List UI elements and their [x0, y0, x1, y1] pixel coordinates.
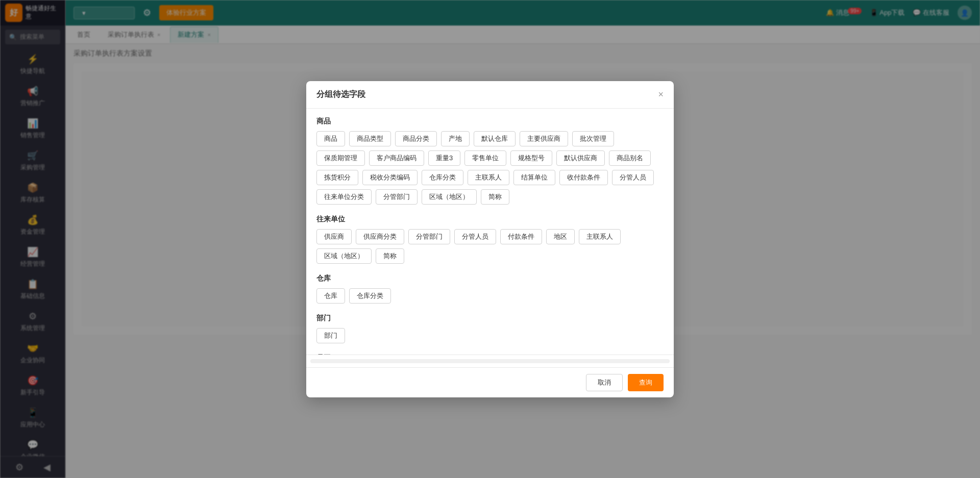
section-department: 部门 部门: [316, 314, 664, 343]
field-tag-abbr[interactable]: 简称: [481, 189, 509, 205]
field-tag-warehouse-cat[interactable]: 仓库分类: [349, 288, 391, 304]
field-tag-warehouse-category[interactable]: 仓库分类: [422, 170, 463, 185]
field-tag-partner-contact[interactable]: 主联系人: [579, 229, 621, 244]
section-department-tags: 部门: [316, 328, 664, 343]
field-tag-main-contact[interactable]: 主联系人: [468, 170, 509, 185]
field-tag-area[interactable]: 地区: [546, 229, 575, 244]
field-select-modal: 分组待选字段 × 商品 商品 商品类型 商品分类 产地 默认仓库 主要供应商 批…: [306, 81, 674, 397]
field-tag-partner-region[interactable]: 区域（地区）: [316, 248, 372, 264]
section-warehouse-tags: 仓库 仓库分类: [316, 288, 664, 304]
modal-title: 分组待选字段: [316, 89, 365, 100]
section-partner-tags: 供应商 供应商分类 分管部门 分管人员 付款条件 地区 主联系人 区域（地区） …: [316, 229, 664, 264]
field-tag-main-supplier[interactable]: 主要供应商: [520, 131, 568, 146]
section-partner: 往来单位 供应商 供应商分类 分管部门 分管人员 付款条件 地区 主联系人 区域…: [316, 215, 664, 264]
field-tag-supervisor[interactable]: 分管人员: [612, 170, 654, 185]
field-tag-partner-dept[interactable]: 分管部门: [408, 229, 450, 244]
field-tag-default-warehouse[interactable]: 默认仓库: [474, 131, 516, 146]
field-tag-customer-code[interactable]: 客户商品编码: [369, 150, 424, 166]
modal-close-button[interactable]: ×: [658, 89, 664, 100]
field-tag-settlement-unit[interactable]: 结算单位: [513, 170, 555, 185]
field-tag-partner-abbr[interactable]: 简称: [376, 248, 404, 264]
modal-header: 分组待选字段 ×: [306, 81, 674, 109]
field-tag-supplier-category[interactable]: 供应商分类: [356, 229, 404, 244]
field-tag-retail-unit[interactable]: 零售单位: [464, 150, 506, 166]
confirm-button[interactable]: 查询: [628, 374, 664, 391]
field-tag-supplier[interactable]: 供应商: [316, 229, 352, 244]
section-product: 商品 商品 商品类型 商品分类 产地 默认仓库 主要供应商 批次管理 保质期管理…: [316, 117, 664, 205]
section-warehouse: 仓库 仓库 仓库分类: [316, 274, 664, 304]
modal-footer: 取消 查询: [306, 367, 674, 397]
modal-body: 商品 商品 商品类型 商品分类 产地 默认仓库 主要供应商 批次管理 保质期管理…: [306, 109, 674, 355]
field-tag-product[interactable]: 商品: [316, 131, 345, 146]
field-tag-default-supplier[interactable]: 默认供应商: [556, 150, 605, 166]
field-tag-weight3[interactable]: 重量3: [428, 150, 460, 166]
section-department-title: 部门: [316, 314, 664, 323]
section-product-title: 商品: [316, 117, 664, 126]
field-tag-dept[interactable]: 分管部门: [376, 189, 418, 205]
modal-hscroll[interactable]: [306, 355, 674, 367]
field-tag-origin[interactable]: 产地: [441, 131, 470, 146]
field-tag-payment-condition[interactable]: 付款条件: [500, 229, 542, 244]
field-tag-partner-category[interactable]: 往来单位分类: [316, 189, 372, 205]
field-tag-batch-mgmt[interactable]: 批次管理: [572, 131, 614, 146]
field-tag-tax-code[interactable]: 税收分类编码: [362, 170, 418, 185]
hscroll-bar[interactable]: [310, 359, 670, 363]
field-tag-payment-terms[interactable]: 收付款条件: [559, 170, 608, 185]
field-tag-product-category[interactable]: 商品分类: [395, 131, 437, 146]
section-product-tags: 商品 商品类型 商品分类 产地 默认仓库 主要供应商 批次管理 保质期管理 客户…: [316, 131, 664, 205]
field-tag-shelf-life[interactable]: 保质期管理: [316, 150, 365, 166]
field-tag-partner-supervisor[interactable]: 分管人员: [454, 229, 496, 244]
field-tag-product-type[interactable]: 商品类型: [349, 131, 391, 146]
field-tag-spec-model[interactable]: 规格型号: [510, 150, 552, 166]
section-warehouse-title: 仓库: [316, 274, 664, 283]
field-tag-product-alias[interactable]: 商品别名: [609, 150, 651, 166]
field-tag-pick-points[interactable]: 拣货积分: [316, 170, 358, 185]
cancel-button[interactable]: 取消: [586, 374, 623, 391]
field-tag-region[interactable]: 区域（地区）: [422, 189, 477, 205]
field-tag-department[interactable]: 部门: [316, 328, 345, 343]
section-partner-title: 往来单位: [316, 215, 664, 224]
field-tag-warehouse[interactable]: 仓库: [316, 288, 345, 304]
